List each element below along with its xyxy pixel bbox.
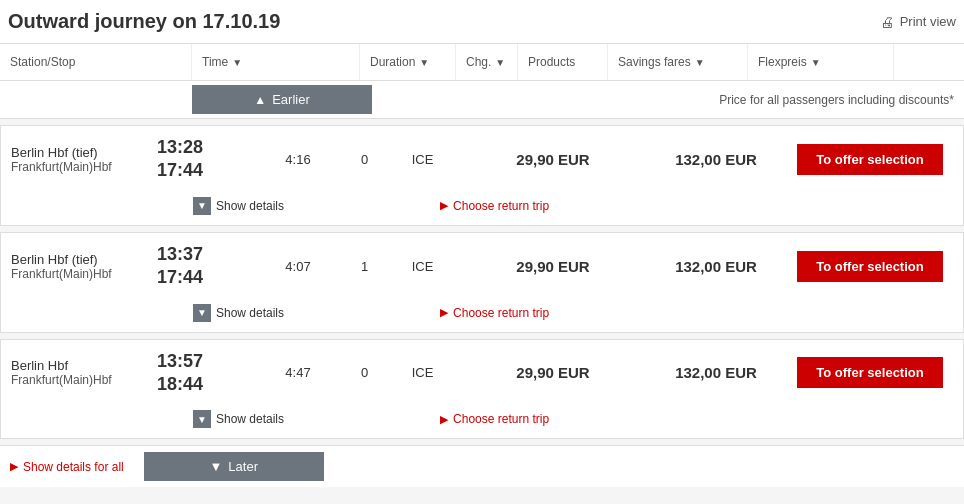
chevron-down-icon: ▼ [419, 57, 429, 68]
table-row: Berlin Hbf Frankfurt(Main)Hbf 13:57 18:4… [0, 339, 964, 440]
arrive-time: 17:44 [157, 159, 265, 182]
arrow-right-icon: ▶ [440, 306, 448, 319]
product-col: ICE [402, 365, 473, 380]
show-details-all-link[interactable]: ▶ Show details for all [0, 460, 134, 474]
offer-selection-button[interactable]: To offer selection [797, 144, 943, 175]
station-col: Berlin Hbf (tief) Frankfurt(Main)Hbf [1, 145, 147, 174]
col-header-products[interactable]: Products [518, 44, 608, 80]
prices-col: 29,90 EUR 132,00 EUR To offer selection [473, 144, 963, 175]
toggle-icon: ▼ [193, 197, 211, 215]
depart-time: 13:28 [157, 136, 265, 159]
arrow-right-icon: ▶ [440, 199, 448, 212]
flex-price: 132,00 EUR [643, 258, 789, 275]
choose-return-label: Choose return trip [453, 199, 549, 213]
page-title: Outward journey on 17.10.19 [8, 10, 280, 33]
offer-selection-button[interactable]: To offer selection [797, 251, 943, 282]
changes-col: 0 [351, 365, 402, 380]
from-station: Berlin Hbf [11, 358, 137, 373]
savings-price: 29,90 EUR [483, 258, 623, 275]
choose-return-label: Choose return trip [453, 412, 549, 426]
depart-time: 13:37 [157, 243, 265, 266]
savings-price: 29,90 EUR [483, 364, 623, 381]
show-details-label: Show details [216, 306, 284, 320]
arrive-time: 17:44 [157, 266, 265, 289]
to-station: Frankfurt(Main)Hbf [11, 373, 137, 387]
flex-price: 132,00 EUR [643, 364, 789, 381]
arrow-right-icon: ▶ [10, 460, 18, 473]
depart-time: 13:57 [157, 350, 265, 373]
price-note: Price for all passengers including disco… [719, 93, 964, 107]
station-col: Berlin Hbf Frankfurt(Main)Hbf [1, 358, 147, 387]
arrive-time: 18:44 [157, 373, 265, 396]
choose-return-label: Choose return trip [453, 306, 549, 320]
table-header: Station/Stop Time ▼ Duration ▼ Chg. ▼ Pr… [0, 43, 964, 81]
toggle-icon: ▼ [193, 410, 211, 428]
show-details-toggle[interactable]: ▼ Show details [193, 304, 284, 322]
chevron-down-icon: ▼ [695, 57, 705, 68]
show-details-label: Show details [216, 199, 284, 213]
chevron-down-icon: ▼ [811, 57, 821, 68]
offer-selection-button[interactable]: To offer selection [797, 357, 943, 388]
prices-col: 29,90 EUR 132,00 EUR To offer selection [473, 357, 963, 388]
time-col: 13:57 18:44 [147, 350, 275, 397]
choose-return-link[interactable]: ▶ Choose return trip [440, 199, 549, 213]
choose-return-link[interactable]: ▶ Choose return trip [440, 306, 549, 320]
show-details-toggle[interactable]: ▼ Show details [193, 197, 284, 215]
from-station: Berlin Hbf (tief) [11, 252, 137, 267]
toggle-icon: ▼ [193, 304, 211, 322]
to-station: Frankfurt(Main)Hbf [11, 160, 137, 174]
footer-row: ▶ Show details for all ▼ Later [0, 445, 964, 487]
chevron-down-icon: ▼ [232, 57, 242, 68]
flex-price: 132,00 EUR [643, 151, 789, 168]
col-header-flex[interactable]: Flexpreis ▼ [748, 44, 894, 80]
show-details-toggle[interactable]: ▼ Show details [193, 410, 284, 428]
col-header-time[interactable]: Time ▼ [192, 44, 360, 80]
col-header-savings[interactable]: Savings fares ▼ [608, 44, 748, 80]
duration-col: 4:07 [275, 259, 351, 274]
later-button[interactable]: ▼ Later [144, 452, 324, 481]
print-icon: 🖨 [880, 14, 894, 30]
table-row: Berlin Hbf (tief) Frankfurt(Main)Hbf 13:… [0, 125, 964, 226]
col-header-chg[interactable]: Chg. ▼ [456, 44, 518, 80]
savings-price: 29,90 EUR [483, 151, 623, 168]
duration-col: 4:47 [275, 365, 351, 380]
from-station: Berlin Hbf (tief) [11, 145, 137, 160]
time-col: 13:28 17:44 [147, 136, 275, 183]
prices-col: 29,90 EUR 132,00 EUR To offer selection [473, 251, 963, 282]
changes-col: 1 [351, 259, 402, 274]
chevron-down-icon: ▼ [209, 459, 222, 474]
earlier-button[interactable]: ▲ Earlier [192, 85, 372, 114]
duration-col: 4:16 [275, 152, 351, 167]
station-col: Berlin Hbf (tief) Frankfurt(Main)Hbf [1, 252, 147, 281]
print-link[interactable]: 🖨 Print view [880, 14, 956, 30]
choose-return-link[interactable]: ▶ Choose return trip [440, 412, 549, 426]
chevron-down-icon: ▼ [495, 57, 505, 68]
col-header-station[interactable]: Station/Stop [0, 44, 192, 80]
table-row: Berlin Hbf (tief) Frankfurt(Main)Hbf 13:… [0, 232, 964, 333]
show-details-label: Show details [216, 412, 284, 426]
arrow-right-icon: ▶ [440, 413, 448, 426]
changes-col: 0 [351, 152, 402, 167]
product-col: ICE [402, 152, 473, 167]
to-station: Frankfurt(Main)Hbf [11, 267, 137, 281]
col-header-duration[interactable]: Duration ▼ [360, 44, 456, 80]
print-label: Print view [900, 14, 956, 29]
time-col: 13:37 17:44 [147, 243, 275, 290]
page-header: Outward journey on 17.10.19 🖨 Print view [0, 0, 964, 43]
product-col: ICE [402, 259, 473, 274]
arrow-up-icon: ▲ [254, 93, 266, 107]
journeys-container: Berlin Hbf (tief) Frankfurt(Main)Hbf 13:… [0, 125, 964, 439]
